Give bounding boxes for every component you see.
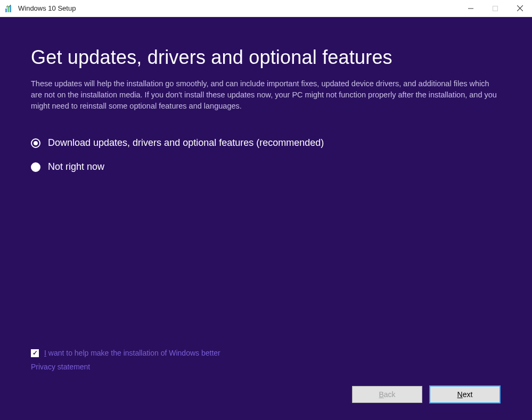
window-title: Windows 10 Setup bbox=[18, 4, 459, 12]
svg-rect-4 bbox=[493, 6, 498, 11]
radio-icon bbox=[31, 162, 40, 172]
next-button[interactable]: Next bbox=[430, 386, 500, 403]
radio-icon bbox=[31, 138, 40, 148]
radio-label: Not right now bbox=[48, 161, 104, 172]
privacy-statement-link[interactable]: Privacy statement bbox=[31, 363, 500, 371]
telemetry-checkbox-row[interactable]: ✓ I want to help make the installation o… bbox=[31, 349, 500, 357]
radio-label: Download updates, drivers and optional f… bbox=[48, 137, 324, 149]
back-button: Back bbox=[352, 386, 422, 403]
minimize-button[interactable] bbox=[459, 0, 483, 17]
maximize-button bbox=[483, 0, 508, 17]
page-description: These updates will help the installation… bbox=[31, 78, 500, 112]
page-title: Get updates, drivers and optional featur… bbox=[31, 46, 500, 69]
setup-icon bbox=[4, 4, 14, 13]
close-button[interactable] bbox=[508, 0, 532, 17]
svg-rect-1 bbox=[7, 7, 9, 12]
update-options-group: Download updates, drivers and optional f… bbox=[31, 137, 500, 172]
option-download-updates[interactable]: Download updates, drivers and optional f… bbox=[31, 137, 500, 149]
checkbox-icon: ✓ bbox=[31, 349, 39, 357]
option-not-right-now[interactable]: Not right now bbox=[31, 161, 500, 172]
titlebar: Windows 10 Setup bbox=[0, 0, 532, 17]
content-area: Get updates, drivers and optional featur… bbox=[0, 17, 532, 420]
telemetry-label: I want to help make the installation of … bbox=[44, 349, 220, 357]
footer-area: ✓ I want to help make the installation o… bbox=[31, 349, 500, 409]
nav-buttons: Back Next bbox=[31, 386, 500, 403]
window-controls bbox=[459, 0, 532, 17]
svg-rect-0 bbox=[5, 9, 7, 12]
